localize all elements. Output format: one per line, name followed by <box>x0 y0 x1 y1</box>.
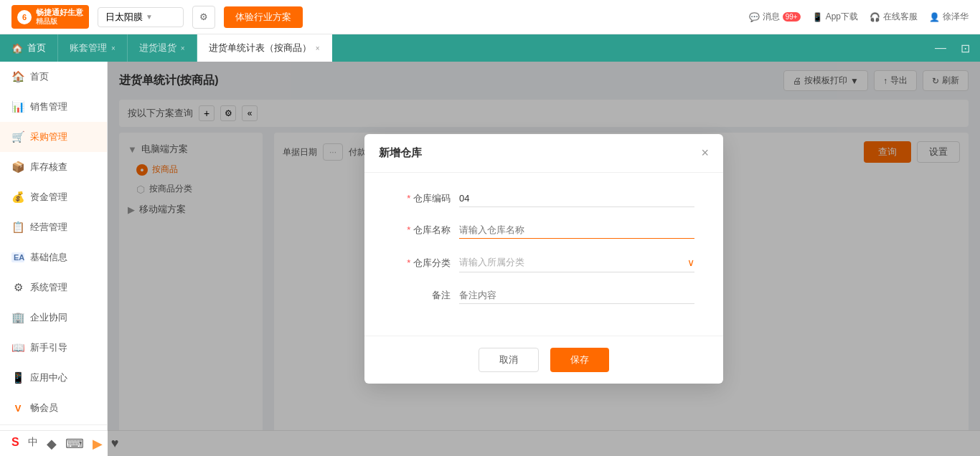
app-download-button[interactable]: 📱 App下载 <box>812 11 858 23</box>
message-label: 消息 <box>763 11 780 23</box>
main-layout: 🏠 首页 📊 销售管理 🛒 采购管理 📦 库存核查 💰 资金管理 📋 经营管理 … <box>0 62 980 456</box>
message-button[interactable]: 💬 消息 99+ <box>749 11 801 23</box>
save-button[interactable]: 保存 <box>550 348 609 372</box>
customer-service-button[interactable]: 🎧 在线客服 <box>870 11 918 23</box>
category-arrow-icon: ∨ <box>687 257 694 268</box>
logo-area: 6 畅捷通好生意 精品版 <box>11 5 89 29</box>
name-input[interactable] <box>459 222 694 239</box>
sidebar-item-purchase[interactable]: 🛒 采购管理 <box>0 122 107 152</box>
tab-purchase-return-close[interactable]: × <box>181 44 185 52</box>
trial-button[interactable]: 体验行业方案 <box>224 6 303 28</box>
sidebar-item-guide[interactable]: 📖 新手引导 <box>0 333 107 363</box>
cancel-button[interactable]: 取消 <box>479 348 539 372</box>
modal-footer: 取消 保存 <box>364 336 723 384</box>
note-input[interactable] <box>459 287 694 304</box>
enterprise-icon: 🏢 <box>11 311 24 324</box>
sidebar-inventory-label: 库存核查 <box>30 161 67 174</box>
tab-purchase-return[interactable]: 进货退货 × <box>128 34 197 62</box>
modal-overlay: 新增仓库 × 仓库编码 仓库名称 仓库分类 <box>108 62 980 456</box>
phone-icon: 📱 <box>812 12 823 22</box>
arrow-icon[interactable]: ▶ <box>93 436 103 452</box>
member-icon: V <box>11 403 24 414</box>
content-area: 进货单统计(按商品) 🖨 按模板打印 ▼ ↑ 导出 ↻ 刷新 按以下方案查询 <box>108 62 980 456</box>
sidebar-item-sales[interactable]: 📊 销售管理 <box>0 92 107 122</box>
chevron-down-icon: ▼ <box>146 13 153 21</box>
category-label: 仓库分类 <box>393 257 451 270</box>
message-icon: 💬 <box>749 12 760 22</box>
sidebar-operations-label: 经营管理 <box>30 221 67 234</box>
sidebar-member-label: 畅会员 <box>30 402 58 414</box>
header-right: 💬 消息 99+ 📱 App下载 🎧 在线客服 👤 徐泽华 <box>749 11 969 23</box>
sidebar-item-finance[interactable]: 💰 资金管理 <box>0 182 107 212</box>
form-row-category: 仓库分类 请输入所属分类 ∨ <box>393 253 694 272</box>
tab-home[interactable]: 🏠 首页 <box>0 34 58 62</box>
sidebar-item-home[interactable]: 🏠 首页 <box>0 62 107 92</box>
sidebar-item-enterprise[interactable]: 🏢 企业协同 <box>0 303 107 333</box>
modal-body: 仓库编码 仓库名称 仓库分类 请输入所属分类 ∨ <box>364 173 723 336</box>
bottom-icons: S 中 ◆ ⌨ ▶ ♥ <box>11 436 118 452</box>
system-icon: ⚙ <box>11 281 24 294</box>
category-select[interactable]: 请输入所属分类 ∨ <box>459 253 694 272</box>
store-selector[interactable]: 日太阳膜 ▼ <box>98 7 184 27</box>
modal-add-warehouse: 新增仓库 × 仓库编码 仓库名称 仓库分类 <box>364 134 723 384</box>
message-badge: 99+ <box>783 12 801 22</box>
user-profile-button[interactable]: 👤 徐泽华 <box>929 11 969 23</box>
minimize-button[interactable]: — <box>930 40 951 56</box>
service-label: 在线客服 <box>883 11 918 23</box>
user-name: 徐泽华 <box>943 11 969 23</box>
keyboard-icon[interactable]: ⌨ <box>65 436 84 452</box>
sales-icon: 📊 <box>11 100 24 113</box>
sidebar-item-operations[interactable]: 📋 经营管理 <box>0 212 107 242</box>
chinese-input-icon[interactable]: 中 <box>28 436 38 452</box>
tab-account[interactable]: 账套管理 × <box>58 34 128 62</box>
sidebar-guide-label: 新手引导 <box>30 341 67 354</box>
sidebar-item-system[interactable]: ⚙ 系统管理 <box>0 272 107 303</box>
sidebar-enterprise-label: 企业协同 <box>30 311 67 324</box>
modal-header: 新增仓库 × <box>364 134 723 173</box>
sidebar-item-apps[interactable]: 📱 应用中心 <box>0 363 107 393</box>
headset-icon: 🎧 <box>870 12 880 22</box>
name-label: 仓库名称 <box>393 224 451 237</box>
tab-home-label: 首页 <box>27 42 46 54</box>
inventory-icon: 📦 <box>11 161 24 174</box>
tab-stats[interactable]: 进货单统计表（按商品） × <box>197 34 332 62</box>
sidebar-purchase-label: 采购管理 <box>30 130 67 143</box>
store-name: 日太阳膜 <box>105 11 143 24</box>
purchase-icon: 🛒 <box>11 130 24 143</box>
sidebar-home-label: 首页 <box>30 70 49 83</box>
sidebar-basic-info-label: 基础信息 <box>30 251 67 264</box>
sidebar-finance-label: 资金管理 <box>30 191 67 204</box>
settings-button[interactable]: ⚙ <box>192 6 215 29</box>
app-label: App下载 <box>826 11 858 23</box>
top-header: 6 畅捷通好生意 精品版 日太阳膜 ▼ ⚙ 体验行业方案 💬 消息 99+ 📱 … <box>0 0 980 34</box>
operations-icon: 📋 <box>11 221 24 234</box>
tab-bar: 🏠 首页 账套管理 × 进货退货 × 进货单统计表（按商品） × — ⊡ <box>0 34 980 62</box>
form-row-code: 仓库编码 <box>393 190 694 207</box>
apps-icon: 📱 <box>11 371 24 384</box>
form-row-note: 备注 <box>393 287 694 304</box>
tab-stats-close[interactable]: × <box>316 44 320 52</box>
modal-close-button[interactable]: × <box>701 146 709 161</box>
sidebar-system-label: 系统管理 <box>30 281 67 294</box>
diamond-icon[interactable]: ◆ <box>47 436 57 452</box>
sidebar-item-inventory[interactable]: 📦 库存核查 <box>0 152 107 182</box>
guide-icon: 📖 <box>11 341 24 354</box>
sidebar-item-member[interactable]: V 畅会员 <box>0 393 107 423</box>
tab-purchase-return-label: 进货退货 <box>139 42 176 54</box>
home-icon: 🏠 <box>11 43 23 54</box>
note-label: 备注 <box>393 289 451 302</box>
tab-stats-label: 进货单统计表（按商品） <box>209 42 311 54</box>
tab-account-close[interactable]: × <box>111 44 116 52</box>
tab-window-controls: — ⊡ <box>930 40 980 57</box>
sogou-icon[interactable]: S <box>11 436 19 452</box>
home-icon: 🏠 <box>11 70 24 83</box>
brand-name: 畅捷通好生意 精品版 <box>36 8 83 26</box>
sidebar-sales-label: 销售管理 <box>30 100 67 113</box>
modal-title: 新增仓库 <box>379 146 422 160</box>
sidebar: 🏠 首页 📊 销售管理 🛒 采购管理 📦 库存核查 💰 资金管理 📋 经营管理 … <box>0 62 108 456</box>
code-input[interactable] <box>459 190 694 207</box>
maximize-button[interactable]: ⊡ <box>956 40 974 57</box>
sidebar-item-basic-info[interactable]: EA 基础信息 <box>0 242 107 272</box>
category-placeholder: 请输入所属分类 <box>459 256 687 269</box>
tab-account-label: 账套管理 <box>70 42 107 54</box>
